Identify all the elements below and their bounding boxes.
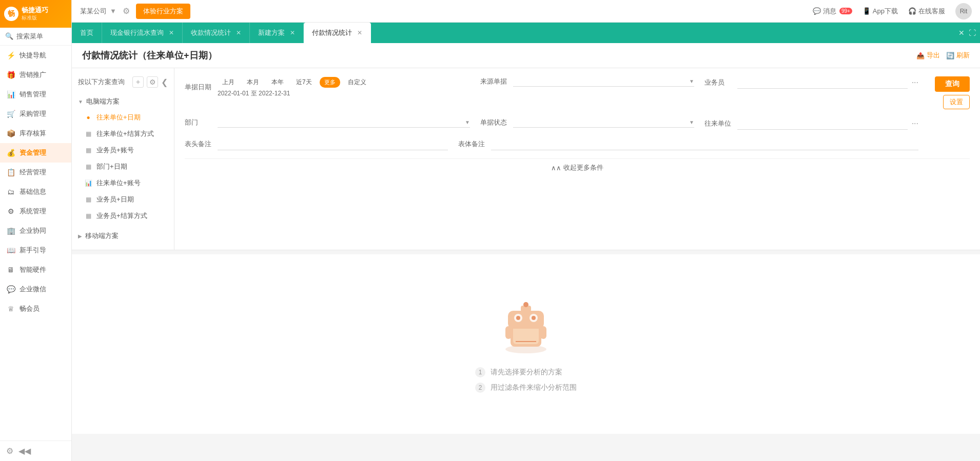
svg-point-11 [523,302,528,307]
filter-item-body-note: 表体备注 [458,138,918,150]
query-button[interactable]: 查询 [935,76,970,92]
tab-payment-close[interactable]: ✕ [357,29,362,36]
tab-receipt[interactable]: 收款情况统计 ✕ [183,23,250,43]
sidebar-item-finance[interactable]: 💰资金管理 [0,143,71,163]
date-btn-more[interactable]: 更多 [320,77,340,88]
partner-input[interactable] [737,117,908,130]
sidebar-item-basic[interactable]: 🗂基础信息 [0,182,71,202]
nav-label-enterprise: 企业协同 [19,226,46,235]
notifications-action[interactable]: 💬 消息 99+ [813,7,852,16]
scheme-group-desktop: ▼ 电脑端方案 ● 往来单位+日期 ▦ 往来单位+结算方式 [72,92,174,226]
sidebar-item-hardware[interactable]: 🖥智能硬件 [0,260,71,279]
scheme-group-mobile-header[interactable]: ▶ 移动端方案 [72,228,174,244]
scheme-icon-salesperson-settle: ▦ [84,212,92,220]
scheme-item-partner-settle[interactable]: ▦ 往来单位+结算方式 [72,126,174,142]
header-note-input[interactable] [218,138,448,150]
nav-label-quick-nav: 快捷导航 [19,51,46,60]
sidebar-item-marketing[interactable]: 🎁营销推广 [0,65,71,85]
sidebar-item-enterprise[interactable]: 🏢企业协同 [0,221,71,240]
sidebar-item-system[interactable]: ⚙系统管理 [0,202,71,221]
tab-payment[interactable]: 付款情况统计 ✕ [304,23,371,43]
dept-select[interactable]: ▼ [218,117,470,128]
scheme-item-dept-date[interactable]: ▦ 部门+日期 [72,158,174,175]
tab-bank-close[interactable]: ✕ [169,29,174,36]
header-settings-icon[interactable]: ⚙ [123,6,130,16]
date-btn-this-year[interactable]: 本年 [267,76,288,88]
body-note-control [491,138,918,150]
scheme-item-salesperson-date[interactable]: ▦ 业务员+日期 [72,191,174,208]
settings-small-button[interactable]: 设置 [943,95,970,109]
manage-scheme-icon[interactable]: ⚙ [147,76,158,88]
avatar[interactable]: Rit [955,3,972,19]
scheme-item-partner-date[interactable]: ● 往来单位+日期 [72,109,174,126]
collapse-scheme-icon[interactable]: ❮ [161,77,168,87]
scheme-group-desktop-header[interactable]: ▼ 电脑端方案 [72,94,174,109]
tab-home[interactable]: 首页 [72,23,102,43]
date-btn-7days[interactable]: 近7天 [291,76,317,88]
add-scheme-icon[interactable]: ＋ [132,76,144,88]
partner-ellipsis[interactable]: ··· [912,119,918,128]
filter-item-source: 来源单据 ▼ [480,76,694,87]
collapse-more-button[interactable]: ∧∧ 收起更多条件 [185,158,970,176]
filter-row-1: 单据日期 上月 本月 本年 近7天 更多 自定义 20 [185,76,970,109]
scheme-label-salesperson-settle: 业务员+结算方式 [96,211,147,221]
sidebar-item-newbie[interactable]: 📖新手引导 [0,240,71,260]
search-menu[interactable]: 🔍 搜索菜单 [0,28,71,46]
tab-new-plan-close[interactable]: ✕ [290,29,295,36]
salesperson-input[interactable] [737,76,908,89]
sidebar-item-sales[interactable]: 📊销售管理 [0,85,71,104]
scheme-radio-icon-partner-date: ● [84,113,92,122]
nav-icon-inventory: 📦 [6,129,15,138]
scheme-icon-dept-date: ▦ [84,163,92,171]
voucher-status-label: 单据状态 [480,118,509,127]
trial-button[interactable]: 体验行业方案 [136,4,190,19]
nav-icon-basic: 🗂 [6,187,15,196]
tab-bar: 首页 现金银行流水查询 ✕ 收款情况统计 ✕ 新建方案 ✕ 付款情况统计 ✕ ✕… [72,23,980,43]
export-label: 导出 [927,51,940,60]
source-control: ▼ [513,76,694,87]
date-btn-this-month[interactable]: 本月 [242,76,264,88]
export-button[interactable]: 📤 导出 [916,51,940,60]
header-note-control [218,138,448,150]
company-name: 某某公司 [80,7,107,16]
tab-close-all-icon[interactable]: ✕ [958,29,965,37]
online-service-label: 在线客服 [918,7,945,16]
tab-fullscreen-icon[interactable]: ⛶ [969,29,976,37]
scheme-item-salesperson-settle[interactable]: ▦ 业务员+结算方式 [72,208,174,224]
tab-new-plan[interactable]: 新建方案 ✕ [250,23,304,43]
scheme-item-partner-account[interactable]: 📊 往来单位+账号 [72,175,174,191]
scheme-item-salesperson-account[interactable]: ▦ 业务员+账号 [72,142,174,158]
app-download-action[interactable]: 📱 App下载 [863,7,898,16]
sidebar-item-inventory[interactable]: 📦库存核算 [0,124,71,143]
service-icon: 🎧 [908,7,916,15]
sidebar-item-vip[interactable]: ♕畅会员 [0,299,71,318]
tab-receipt-close[interactable]: ✕ [236,29,241,36]
logo-icon: 畅 [4,7,18,21]
sidebar-item-purchase[interactable]: 🛒采购管理 [0,104,71,124]
sidebar-item-quick-nav[interactable]: ⚡快捷导航 [0,46,71,65]
nav-label-hardware: 智能硬件 [19,265,46,274]
collapse-sidebar-icon[interactable]: ◀◀ [18,446,31,456]
header-left: 某某公司 ▼ ⚙ 体验行业方案 [80,4,190,19]
filter-form: 单据日期 上月 本月 本年 近7天 更多 自定义 20 [174,68,980,250]
company-selector[interactable]: 某某公司 ▼ [80,7,116,16]
date-btn-custom[interactable]: 自定义 [343,76,371,88]
scheme-icon-partner-account: 📊 [84,179,92,187]
salesperson-ellipsis[interactable]: ··· [912,78,918,87]
status-select[interactable]: ▼ [513,117,694,128]
sidebar-item-wechat[interactable]: 💬企业微信 [0,279,71,299]
refresh-button[interactable]: 🔄 刷新 [946,51,970,60]
notifications-badge: 99+ [839,8,852,14]
settings-icon[interactable]: ⚙ [6,446,13,456]
body-note-input[interactable] [491,138,918,150]
online-service-action[interactable]: 🎧 在线客服 [908,7,945,16]
tab-bank[interactable]: 现金银行流水查询 ✕ [102,23,183,43]
sidebar-item-operation[interactable]: 📋经营管理 [0,163,71,182]
scheme-panel-header: 按以下方案查询 ＋ ⚙ ❮ [72,72,174,92]
export-icon: 📤 [916,52,925,59]
svg-point-8 [516,316,520,320]
source-select[interactable]: ▼ [513,76,694,87]
date-range-display: 2022-01-01 至 2022-12-31 [218,89,470,98]
date-btn-last-month[interactable]: 上月 [218,76,239,88]
nav-label-marketing: 营销推广 [19,70,46,79]
